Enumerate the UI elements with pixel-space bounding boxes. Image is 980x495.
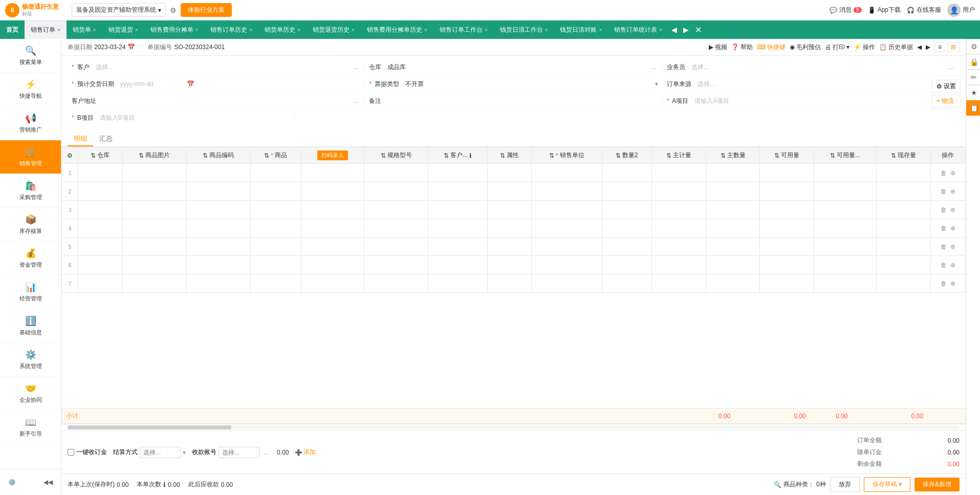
row-main-unit[interactable] bbox=[651, 219, 706, 238]
row-copy-btn[interactable]: ⊕ bbox=[950, 188, 955, 195]
date-picker-icon[interactable]: 📅 bbox=[187, 80, 194, 88]
row-sales-unit[interactable] bbox=[532, 256, 602, 274]
tab-cash-reconcile[interactable]: 钱货日清对账 × bbox=[554, 20, 608, 39]
row-main-qty[interactable] bbox=[706, 182, 760, 201]
sidebar-item-finance[interactable]: 💰 资金管理 bbox=[0, 242, 61, 275]
row-delete-btn[interactable]: 🗑 bbox=[941, 188, 947, 195]
tab-order-history[interactable]: 销售订单历史 × bbox=[204, 20, 258, 39]
row-customer-code[interactable] bbox=[428, 182, 487, 201]
row-warehouse[interactable] bbox=[78, 201, 123, 219]
row-code[interactable] bbox=[186, 182, 250, 201]
row-copy-btn[interactable]: ⊕ bbox=[950, 262, 955, 269]
row-attribute[interactable] bbox=[487, 164, 532, 182]
col-settings-icon[interactable]: ⚙ bbox=[67, 152, 73, 159]
row-attribute[interactable] bbox=[487, 219, 532, 238]
row-main-qty[interactable] bbox=[706, 256, 760, 274]
row-main-qty[interactable] bbox=[706, 164, 760, 182]
row-sales-unit[interactable] bbox=[532, 219, 602, 238]
sidebar-item-guide[interactable]: 📖 新手引导 bbox=[0, 411, 61, 444]
card-view-btn[interactable]: ⊞ bbox=[947, 42, 960, 52]
profit-btn[interactable]: ◉ 毛利预估 bbox=[790, 43, 821, 52]
row-attribute[interactable] bbox=[487, 238, 532, 256]
row-warehouse[interactable] bbox=[78, 256, 123, 274]
row-spec[interactable] bbox=[364, 238, 428, 256]
row-qty2[interactable] bbox=[602, 164, 651, 182]
history-btn[interactable]: 📋 历史单据 bbox=[879, 43, 913, 52]
row-scan[interactable] bbox=[301, 219, 364, 238]
float-lock-btn[interactable]: 🔒 bbox=[966, 54, 980, 70]
row-main-qty[interactable] bbox=[706, 238, 760, 256]
address-input[interactable] bbox=[99, 96, 348, 106]
add-payment-btn[interactable]: ➕ 添加 bbox=[295, 448, 316, 457]
row-sales-unit[interactable] bbox=[532, 274, 602, 293]
staff-ellipsis[interactable]: ... bbox=[946, 63, 955, 71]
row-current[interactable] bbox=[877, 238, 931, 256]
sidebar-item-sales[interactable]: 🛒 销售管理 bbox=[0, 140, 61, 174]
row-main-unit[interactable] bbox=[651, 164, 706, 182]
row-copy-btn[interactable]: ⊕ bbox=[950, 206, 955, 213]
close-icon[interactable]: × bbox=[424, 27, 427, 33]
row-copy-btn[interactable]: ⊕ bbox=[950, 243, 955, 250]
payment-dropdown-icon[interactable]: ▾ bbox=[183, 449, 186, 456]
row-available[interactable] bbox=[760, 201, 814, 219]
float-edit-btn[interactable]: ✏ bbox=[966, 70, 980, 85]
row-delete-btn[interactable]: 🗑 bbox=[941, 225, 947, 232]
row-delete-btn[interactable]: 🗑 bbox=[941, 280, 947, 287]
tab-order-workbench[interactable]: 销售订单工作台 × bbox=[433, 20, 494, 39]
row-img[interactable] bbox=[122, 274, 186, 293]
row-delete-btn[interactable]: 🗑 bbox=[941, 262, 947, 269]
scroll-thumb[interactable] bbox=[68, 425, 231, 429]
row-attribute[interactable] bbox=[487, 182, 532, 201]
row-spec[interactable] bbox=[364, 274, 428, 293]
industry-btn[interactable]: 体验行业方案 bbox=[181, 3, 232, 17]
nav-next-arrow[interactable]: ▶ bbox=[680, 26, 692, 34]
close-icon[interactable]: × bbox=[659, 27, 662, 33]
app-download-btn[interactable]: 📱 App下载 bbox=[868, 6, 901, 14]
row-code[interactable] bbox=[186, 164, 250, 182]
row-product[interactable] bbox=[250, 182, 301, 201]
sidebar-item-system[interactable]: ⚙️ 系统管理 bbox=[0, 343, 61, 377]
float-star-btn[interactable]: ★ bbox=[966, 85, 980, 100]
row-qty2[interactable] bbox=[602, 238, 651, 256]
row-available2[interactable] bbox=[814, 182, 877, 201]
customer-input[interactable] bbox=[93, 62, 349, 72]
row-product[interactable] bbox=[250, 256, 301, 274]
row-current[interactable] bbox=[877, 182, 931, 201]
row-action[interactable]: 🗑 ⊕ bbox=[930, 256, 965, 274]
close-icon[interactable]: × bbox=[93, 27, 96, 33]
row-available[interactable] bbox=[760, 219, 814, 238]
row-customer-code[interactable] bbox=[428, 274, 487, 293]
add-material-btn[interactable]: + 物流 bbox=[932, 95, 961, 107]
row-customer-code[interactable] bbox=[428, 238, 487, 256]
row-img[interactable] bbox=[122, 219, 186, 238]
row-customer-code[interactable] bbox=[428, 164, 487, 182]
row-spec[interactable] bbox=[364, 164, 428, 182]
row-code[interactable] bbox=[186, 219, 250, 238]
tab-return-history[interactable]: 销货退货历史 × bbox=[307, 20, 361, 39]
row-img[interactable] bbox=[122, 238, 186, 256]
row-main-unit[interactable] bbox=[651, 201, 706, 219]
row-product[interactable] bbox=[250, 219, 301, 238]
row-customer-code[interactable] bbox=[428, 219, 487, 238]
row-available2[interactable] bbox=[814, 274, 877, 293]
row-qty2[interactable] bbox=[602, 182, 651, 201]
row-current[interactable] bbox=[877, 256, 931, 274]
row-product[interactable] bbox=[250, 164, 301, 182]
row-available2[interactable] bbox=[814, 201, 877, 219]
tab-sales-stats[interactable]: 销售订单统计表 × bbox=[608, 20, 668, 39]
row-current[interactable] bbox=[877, 201, 931, 219]
row-available2[interactable] bbox=[814, 164, 877, 182]
sidebar-item-enterprise[interactable]: 🤝 企业协同 bbox=[0, 377, 61, 411]
row-attribute[interactable] bbox=[487, 274, 532, 293]
scan-enter-btn[interactable]: 扫码录入 bbox=[317, 150, 348, 160]
row-scan[interactable] bbox=[301, 274, 364, 293]
row-copy-btn[interactable]: ⊕ bbox=[950, 280, 955, 287]
row-warehouse[interactable] bbox=[78, 182, 123, 201]
row-product[interactable] bbox=[250, 274, 301, 293]
nav-next[interactable]: ▶ bbox=[926, 44, 930, 51]
table-view-btn[interactable]: ≡ bbox=[934, 42, 945, 52]
row-main-unit[interactable] bbox=[651, 182, 706, 201]
close-icon[interactable]: × bbox=[195, 27, 199, 33]
message-btn[interactable]: 💬 消息 9 bbox=[830, 6, 862, 14]
row-sales-unit[interactable] bbox=[532, 182, 602, 201]
